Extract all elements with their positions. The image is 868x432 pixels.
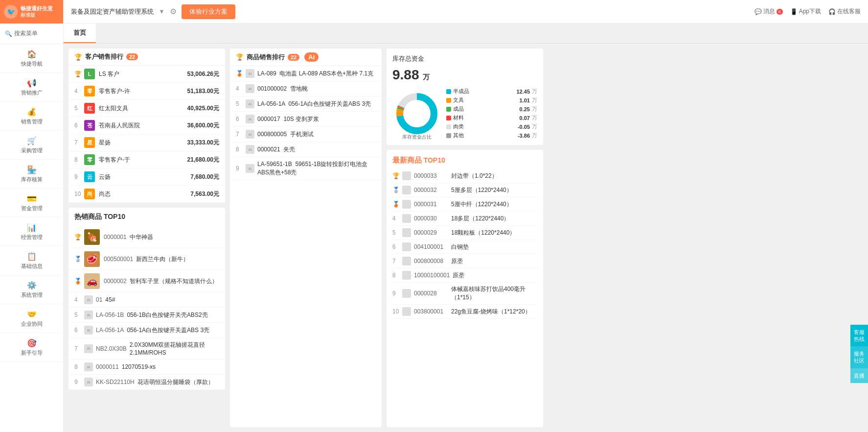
- list-item: 9 Ai KK-SD22110H 花语萌恒温分腿睡袋（厚款）: [69, 375, 225, 390]
- sidebar-search-section: 🔍 搜索菜单: [0, 24, 63, 44]
- customer-ranking-header: 🏆 客户销售排行 22: [69, 48, 225, 66]
- list-item: 9 0000028 体械嘉枝味苏打饮品400毫升（1*15）: [392, 283, 537, 305]
- sidebar-item-system[interactable]: ⚙️ 系统管理: [0, 275, 63, 304]
- app-download-button[interactable]: 📱 App下载: [790, 7, 821, 16]
- table-row: 🥉 Ai LA-089 电池盖 LA-089 ABS本色+黑种 7.1克: [230, 66, 382, 81]
- new-products-header: 最新商品 TOP10: [392, 156, 537, 165]
- list-item: 6 Ai LA-056-1A 056-1A白色按键开关盖ABS 3壳: [69, 323, 225, 338]
- inventory-panel: 库存总资金 9.88 万: [387, 48, 543, 145]
- list-item: 🥈 0000032 5厘多层（1220*2440）: [392, 183, 537, 197]
- live-button[interactable]: 直播: [850, 368, 868, 383]
- content-area: 🏆 客户销售排行 22 🏆 L LS 客户 53,006.26元 4 零 零售客…: [64, 44, 868, 432]
- megaphone-icon: 📢: [27, 78, 37, 88]
- inventory-chart: 库存资金占比 半成品 12.45 万 文具 1.01: [392, 88, 537, 139]
- legend-item-finished: 成品 0.25 万: [446, 105, 537, 113]
- sidebar-item-quicknav[interactable]: 🏠 快捷导航: [0, 44, 63, 73]
- table-row: 6 苍 苍南县人民医院 36,600.00元: [69, 117, 225, 134]
- search-icon: 🔍: [5, 30, 12, 37]
- list-item: 6 004100001 白钢垫: [392, 240, 537, 254]
- customer-ranking-badge: 22: [126, 53, 138, 60]
- left-column: 🏆 客户销售排行 22 🏆 L LS 客户 53,006.26元 4 零 零售客…: [69, 48, 225, 427]
- legend-item-semifinished: 半成品 12.45 万: [446, 88, 537, 95]
- customer-service-button[interactable]: 客服热线: [850, 325, 868, 347]
- list-item: 5 Ai LA-056-1B 056-1B白色按键开关壳ABS2壳: [69, 308, 225, 323]
- gear-icon: ⚙️: [27, 280, 37, 290]
- donut-chart: 库存资金占比: [392, 89, 441, 138]
- table-row: 4 Ai 001000002 雪地靴: [230, 81, 382, 96]
- warehouse-icon: 🏪: [27, 165, 37, 174]
- sidebar-logo: 🐦 畅捷通好生意 标准版: [0, 0, 63, 24]
- online-service-button[interactable]: 🎧 在线客服: [828, 7, 861, 16]
- table-row: 6 Ai 0000017 10S 变刹罗浆: [230, 112, 382, 127]
- table-row: 4 零 零售客户-许 51,183.00元: [69, 83, 225, 100]
- message-icon: 💬: [754, 8, 762, 15]
- logo-icon: 🐦: [4, 5, 18, 19]
- sidebar-item-basic[interactable]: 📋 基础信息: [0, 246, 63, 275]
- try-plan-button[interactable]: 体验行业方案: [182, 4, 235, 19]
- clipboard-icon: 📋: [27, 251, 37, 261]
- sidebar-item-sales[interactable]: 💰 销售管理: [0, 102, 63, 131]
- table-row: 7 星 星扬 33,333.00元: [69, 134, 225, 151]
- float-buttons: 客服热线 服务社区 直播: [850, 325, 868, 383]
- tab-home[interactable]: 首页: [64, 24, 96, 43]
- topbar-title: 装备及固定资产辅助管理系统: [71, 7, 154, 16]
- list-item: 🏆 🍖 0000001 中华神器: [69, 226, 225, 248]
- hot-products-list: 🏆 🍖 0000001 中华神器 🥈 🥩 000500001 新西兰牛肉（新牛）…: [69, 226, 225, 390]
- topbar: 装备及固定资产辅助管理系统 ▼ ⚙ 体验行业方案 💬 消息 6 📱 App下载 …: [64, 0, 868, 24]
- legend-item-stationery: 文具 1.01 万: [446, 96, 537, 104]
- sidebar-item-management[interactable]: 📊 经营管理: [0, 217, 63, 246]
- sidebar-nav: 🏠 快捷导航 📢 营销推广 💰 销售管理 🛒 采购管理 🏪 库存核算 💳 资金管…: [0, 44, 63, 432]
- new-products-list: 🏆 0000033 封边带（1.0*22） 🥈 0000032 5厘多层（122…: [392, 169, 537, 319]
- headset-icon: 🎧: [828, 8, 836, 15]
- community-button[interactable]: 服务社区: [850, 346, 868, 368]
- table-row: 7 Ai 000800005 手机测试: [230, 127, 382, 142]
- ai-badge: Ai: [304, 52, 319, 62]
- inventory-legend: 半成品 12.45 万 文具 1.01 万 成品: [446, 88, 537, 139]
- trophy-icon: 🏆: [74, 53, 82, 61]
- message-button[interactable]: 💬 消息 6: [754, 7, 783, 16]
- home-icon: 🏠: [27, 49, 37, 59]
- list-item: 7 000800008 原垄: [392, 254, 537, 268]
- inventory-title: 库存总资金: [392, 54, 537, 63]
- table-row: 🏆 L LS 客户 53,006.26元: [69, 66, 225, 83]
- list-item: 🥉 0000031 5厘中纤（1220*2440）: [392, 197, 537, 212]
- nav-tabs: 首页: [64, 24, 868, 44]
- sidebar-item-guide[interactable]: 🎯 新手引导: [0, 333, 63, 362]
- sidebar: 🐦 畅捷通好生意 标准版 🔍 搜索菜单 🏠 快捷导航 📢 营销推广 💰 销售管理…: [0, 0, 64, 432]
- sidebar-item-marketing[interactable]: 📢 营销推广: [0, 73, 63, 102]
- middle-column: 🏆 商品销售排行 22 Ai 🥉 Ai LA-089 电池盖 LA-089 AB…: [230, 48, 382, 427]
- sidebar-item-purchase[interactable]: 🛒 采购管理: [0, 131, 63, 160]
- hot-products-panel: 热销商品 TOP10 🏆 🍖 0000001 中华神器 🥈 🥩 00050000…: [69, 208, 225, 390]
- hot-products-header: 热销商品 TOP10: [69, 208, 225, 226]
- goods-ranking-header: 🏆 商品销售排行 22 Ai: [230, 48, 382, 66]
- goods-ranking-panel: 🏆 商品销售排行 22 Ai 🥉 Ai LA-089 电池盖 LA-089 AB…: [230, 48, 382, 427]
- goods-ranking-list: 🥉 Ai LA-089 电池盖 LA-089 ABS本色+黑种 7.1克 4 A…: [230, 66, 382, 180]
- handshake-icon: 🤝: [27, 309, 37, 319]
- donut-label: 库存资金占比: [402, 134, 432, 141]
- trophy-icon2: 🏆: [236, 53, 244, 61]
- chevron-down-icon: ▼: [159, 8, 165, 15]
- sidebar-item-inventory[interactable]: 🏪 库存核算: [0, 160, 63, 189]
- table-row: 9 Ai LA-59651-1B 59651-1B旋转投影灯电池盒ABS黑色+5…: [230, 157, 382, 180]
- table-row: 9 云 云扬 7,680.00元: [69, 168, 225, 186]
- list-item: 5 0000029 18颗粒板（1220*2440）: [392, 226, 537, 240]
- legend-item-meat: 肉类 -0.05 万: [446, 123, 537, 130]
- mobile-icon: 📱: [790, 8, 798, 15]
- list-item: 8 10000100001 原垄: [392, 268, 537, 283]
- table-row: 5 Ai LA-056-1A 056-1A白色按键开关盖ABS 3壳: [230, 96, 382, 112]
- search-menu-button[interactable]: 🔍 搜索菜单: [5, 27, 58, 40]
- logo-text: 畅捷通好生意 标准版: [21, 5, 53, 18]
- list-item: 🥈 🥩 000500001 新西兰牛肉（新牛）: [69, 248, 225, 270]
- sidebar-item-collab[interactable]: 🤝 企业协同: [0, 304, 63, 333]
- table-row: 5 红 红太阳文具 40,925.00元: [69, 100, 225, 117]
- card-icon: 💳: [27, 193, 37, 203]
- new-products-panel: 最新商品 TOP10 🏆 0000033 封边带（1.0*22） 🥈 00000…: [387, 150, 543, 427]
- main-area: 装备及固定资产辅助管理系统 ▼ ⚙ 体验行业方案 💬 消息 6 📱 App下载 …: [64, 0, 868, 432]
- target-icon: 🎯: [27, 338, 37, 348]
- legend-item-other: 其他 -3.86 万: [446, 132, 537, 139]
- list-item: 🥉 🚗 0000002 智利车子里（规格不知道填什么）: [69, 270, 225, 292]
- settings-icon[interactable]: ⚙: [170, 7, 177, 16]
- right-column: 库存总资金 9.88 万: [387, 48, 543, 427]
- cart-icon: 🛒: [27, 136, 37, 145]
- sidebar-item-finance[interactable]: 💳 资金管理: [0, 189, 63, 217]
